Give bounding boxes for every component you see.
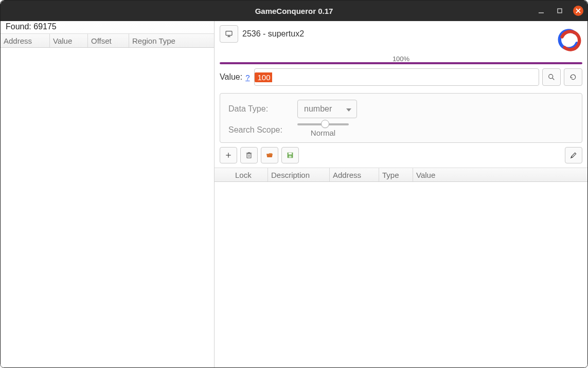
gameconqueror-logo-icon [557, 28, 582, 52]
delete-button[interactable] [240, 147, 258, 163]
col-lock[interactable]: Lock [215, 168, 268, 181]
data-type-select[interactable]: number [297, 100, 357, 118]
monitor-icon [225, 30, 233, 38]
reset-button[interactable] [564, 68, 582, 86]
pencil-icon [569, 151, 578, 159]
col-cheat-type[interactable]: Type [379, 168, 413, 181]
open-button[interactable] [261, 147, 278, 163]
cheat-toolbar [215, 147, 587, 168]
search-icon [547, 73, 556, 81]
progress-bar [220, 62, 582, 64]
chevron-down-icon [346, 104, 351, 114]
slider-thumb[interactable] [321, 120, 329, 128]
add-button[interactable] [220, 147, 237, 163]
value-label: Value: [220, 72, 242, 82]
data-type-label: Data Type: [228, 104, 285, 114]
floppy-save-icon [286, 151, 294, 159]
maximize-button[interactable] [555, 6, 565, 16]
col-region-type[interactable]: Region Type [129, 34, 214, 47]
svg-rect-1 [558, 9, 562, 13]
col-offset[interactable]: Offset [88, 34, 129, 47]
svg-rect-11 [247, 154, 251, 158]
col-address[interactable]: Address [1, 34, 50, 47]
app-logo [557, 25, 582, 55]
folder-open-icon [265, 151, 274, 159]
process-label: 2536 - supertux2 [242, 29, 304, 39]
value-input-selection: 100 [255, 72, 272, 82]
svg-line-8 [553, 78, 554, 80]
refresh-icon [569, 73, 577, 81]
title-bar: GameConqueror 0.17 [1, 1, 587, 21]
search-button[interactable] [542, 68, 561, 86]
svg-point-7 [549, 75, 553, 79]
scan-options-box: Data Type: number Search Scope: Normal [220, 93, 582, 143]
col-cheat-value[interactable]: Value [413, 168, 587, 181]
found-count-label: Found: 69175 [1, 21, 214, 33]
maximize-icon [556, 7, 564, 15]
window-title: GameConqueror 0.17 [255, 7, 333, 15]
svg-rect-17 [289, 156, 291, 158]
scan-progress: 100% [220, 55, 582, 64]
value-input[interactable]: 100 [254, 68, 539, 86]
close-icon [574, 7, 582, 15]
select-process-button[interactable] [220, 25, 238, 43]
minimize-icon [537, 7, 545, 15]
svg-rect-4 [226, 31, 232, 35]
close-button[interactable] [573, 6, 583, 16]
results-table-header: Address Value Offset Region Type [1, 33, 214, 48]
svg-rect-16 [289, 153, 292, 154]
save-button[interactable] [281, 147, 299, 163]
progress-text: 100% [220, 55, 582, 63]
search-scope-slider[interactable] [297, 123, 349, 125]
search-scope-label: Search Scope: [228, 125, 285, 135]
results-table-body[interactable] [1, 48, 214, 367]
data-type-value: number [304, 104, 332, 114]
plus-icon [224, 151, 233, 159]
edit-button[interactable] [565, 147, 582, 163]
col-value[interactable]: Value [50, 34, 88, 47]
col-description[interactable]: Description [268, 168, 330, 181]
value-input-field[interactable] [272, 69, 539, 85]
trash-icon [245, 151, 253, 159]
cheat-table-body[interactable] [215, 182, 587, 367]
minimize-button[interactable] [536, 6, 546, 16]
value-help-link[interactable]: ? [245, 73, 251, 82]
col-cheat-address[interactable]: Address [330, 168, 379, 181]
cheat-table-header: Lock Description Address Type Value [215, 168, 587, 182]
search-scope-value: Normal [311, 128, 335, 137]
